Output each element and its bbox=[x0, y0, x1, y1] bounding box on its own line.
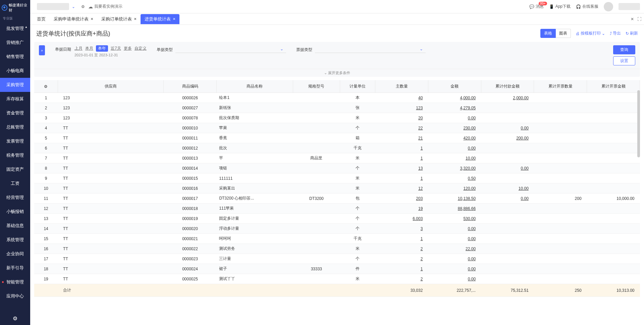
amount-link[interactable]: 4,279.05 bbox=[460, 106, 476, 110]
table-row[interactable]: 16 TT 0000022 测试劳务 米 2 22.00 bbox=[34, 244, 640, 254]
qty-link[interactable]: 2 bbox=[421, 257, 423, 261]
column-header[interactable]: 累计开票数量 bbox=[534, 80, 587, 93]
tab[interactable]: 进货单统计表✕ bbox=[141, 14, 179, 24]
paid-link[interactable]: 200.00 bbox=[516, 136, 529, 141]
close-icon[interactable]: ✕ bbox=[91, 17, 93, 21]
column-header[interactable]: 金额 bbox=[428, 80, 481, 93]
qty-link[interactable]: 1 bbox=[421, 156, 423, 161]
paid-link[interactable]: 10.00 bbox=[519, 186, 529, 191]
table-row[interactable]: 14 TT 0000020 浮动多计量 个 3 0.00 bbox=[34, 224, 640, 234]
amount-link[interactable]: 0.00 bbox=[468, 146, 476, 151]
sidebar-item[interactable]: 新手引导 bbox=[0, 261, 30, 275]
amount-link[interactable]: 230.00 bbox=[463, 126, 476, 130]
doc-type-dropdown[interactable]: ⌄ bbox=[175, 45, 286, 53]
table-row[interactable]: 17 TT 0000023 三计量 个 2 0.00 bbox=[34, 254, 640, 264]
table-row[interactable]: 11 TT 0000017 DT3200 心相印茶... DT3200 包 20… bbox=[34, 194, 640, 204]
sidebar-item[interactable]: 库存核算 bbox=[0, 92, 30, 106]
column-header[interactable]: 供应商 bbox=[58, 80, 164, 93]
qty-link[interactable]: 40 bbox=[418, 96, 423, 100]
qty-link[interactable]: 22 bbox=[418, 126, 423, 130]
close-icon[interactable]: ✕ bbox=[134, 17, 137, 21]
company-selector[interactable]: ⌄ bbox=[34, 2, 78, 11]
qty-link[interactable]: 20 bbox=[418, 116, 423, 120]
scrollbar[interactable] bbox=[637, 90, 640, 157]
sidebar-item[interactable]: 小畅报销 bbox=[0, 205, 30, 219]
column-header[interactable]: 累计付款金额 bbox=[481, 80, 534, 93]
paid-link[interactable]: 0.00 bbox=[521, 166, 529, 171]
table-row[interactable]: 8 TT 0000014 项链 个 13 3,320.00 0.00 bbox=[34, 163, 640, 173]
paid-link[interactable]: 0.00 bbox=[521, 196, 529, 201]
date-option[interactable]: 本月 bbox=[85, 46, 93, 51]
table-row[interactable]: 12 TT 0000018 111苹果 个 19 88,886.66 bbox=[34, 204, 640, 214]
date-option[interactable]: 上月 bbox=[74, 46, 83, 51]
table-row[interactable]: 19 TT 0000025 测试丫丫 米 2 0.00 bbox=[34, 274, 640, 284]
column-header[interactable]: 商品编码 bbox=[164, 80, 217, 93]
paid-link[interactable]: 0.00 bbox=[521, 126, 529, 130]
table-row[interactable]: 15 TT 0000021 呵呵呵 千克 1 0.00 bbox=[34, 234, 640, 244]
qty-link[interactable]: 2 bbox=[421, 277, 423, 281]
export-button[interactable]: ⤴ 导出 bbox=[610, 31, 621, 36]
qty-link[interactable]: 6.003 bbox=[413, 216, 423, 221]
date-option[interactable]: 自定义 bbox=[135, 46, 147, 51]
download-button[interactable]: 📱 App下载 bbox=[549, 4, 571, 9]
qty-link[interactable]: 123 bbox=[416, 106, 423, 110]
tab[interactable]: 首页 bbox=[33, 14, 50, 24]
amount-link[interactable]: 88,886.66 bbox=[458, 206, 476, 211]
sidebar-item[interactable]: 工资 bbox=[0, 176, 30, 191]
view-chart-button[interactable]: 图表 bbox=[556, 29, 571, 38]
amount-link[interactable]: 4,000.00 bbox=[460, 96, 476, 100]
sidebar-item[interactable]: 基础信息 bbox=[0, 219, 30, 233]
table-row[interactable]: 4 TT 0000010 苹果 个 22 230.00 0.00 bbox=[34, 123, 640, 133]
table-row[interactable]: 9 TT 0000015 111111 米 1 0.50 bbox=[34, 173, 640, 183]
column-header[interactable]: 累计开票金额 bbox=[587, 80, 640, 93]
date-option[interactable]: 近7天 bbox=[111, 46, 121, 51]
amount-link[interactable]: 0.00 bbox=[468, 236, 476, 241]
close-all-icon[interactable]: ✕ bbox=[631, 17, 634, 21]
qty-link[interactable]: 2 bbox=[421, 247, 423, 251]
sidebar-item[interactable]: 营销推广 bbox=[0, 36, 30, 50]
amount-link[interactable]: 22.00 bbox=[466, 247, 476, 251]
view-table-button[interactable]: 表格 bbox=[540, 29, 556, 38]
amount-link[interactable]: 0.00 bbox=[468, 277, 476, 281]
column-header[interactable]: 计量单位 bbox=[340, 80, 375, 93]
sidebar-item[interactable]: 采购管理 bbox=[0, 78, 30, 92]
table-row[interactable]: 5 TT 0000011 香蕉 箱 21 420.00 200.00 bbox=[34, 133, 640, 143]
demo-link[interactable]: ☁ 我要看实例演示 bbox=[88, 4, 122, 9]
fullscreen-icon[interactable]: ⛶ bbox=[637, 17, 641, 21]
service-button[interactable]: 🎧 在线客服 bbox=[576, 4, 598, 9]
amount-link[interactable]: 0.00 bbox=[468, 226, 476, 231]
sidebar-item[interactable]: 资金管理 bbox=[0, 106, 30, 120]
tab[interactable]: 采购申请单统计表✕ bbox=[50, 14, 97, 24]
sidebar-item[interactable]: 企业协同 bbox=[0, 247, 30, 261]
qty-link[interactable]: 13 bbox=[418, 166, 423, 171]
table-row[interactable]: 2 123 0000027 新纸张 张 123 4,279.05 bbox=[34, 103, 640, 113]
messages-button[interactable]: 💬 消息 99+ bbox=[529, 4, 544, 9]
qty-link[interactable]: 1 bbox=[421, 267, 423, 271]
table-row[interactable]: 10 TT 0000016 采购直出 米 12 120.00 10.00 bbox=[34, 183, 640, 194]
avatar[interactable] bbox=[604, 2, 613, 11]
table-settings-icon[interactable]: ⚙ bbox=[34, 80, 58, 93]
qty-link[interactable]: 19 bbox=[418, 206, 423, 211]
sidebar-item[interactable]: 发票管理 bbox=[0, 134, 30, 148]
qty-link[interactable]: 21 bbox=[418, 136, 423, 141]
qty-link[interactable]: 203 bbox=[416, 196, 423, 201]
amount-link[interactable]: 420.00 bbox=[463, 136, 476, 141]
column-header[interactable]: 规格型号 bbox=[293, 80, 340, 93]
qty-link[interactable]: 1 bbox=[421, 146, 423, 151]
table-row[interactable]: 1 123 0000026 绘本1 本 40 4,000.00 2,000.00 bbox=[34, 93, 640, 103]
refresh-button[interactable]: ↻ 刷新 bbox=[626, 31, 638, 36]
expand-more-button[interactable]: ⌄ 展开更多条件 bbox=[34, 69, 640, 77]
date-option[interactable]: 更多 bbox=[124, 46, 132, 51]
amount-link[interactable]: 3,320.00 bbox=[460, 166, 476, 171]
table-row[interactable]: 3 123 0000078 批次保质期 米 20 0.00 bbox=[34, 113, 640, 123]
amount-link[interactable]: 0.00 bbox=[468, 267, 476, 271]
table-row[interactable]: 13 TT 0000019 固定多计量 个 6.003 530.00 bbox=[34, 214, 640, 224]
amount-link[interactable]: 10.00 bbox=[466, 156, 476, 161]
settings-gear-icon[interactable]: ⚙ bbox=[0, 312, 30, 325]
sidebar-item[interactable]: 应用中心 bbox=[0, 289, 30, 303]
column-header[interactable]: 主数量 bbox=[375, 80, 428, 93]
table-row[interactable]: 7 TT 0000013 平 商品里 米 1 10.00 bbox=[34, 153, 640, 163]
qty-link[interactable]: 1 bbox=[421, 176, 423, 181]
amount-link[interactable]: 530.00 bbox=[463, 216, 476, 221]
search-button[interactable]: 查询 bbox=[613, 45, 635, 54]
